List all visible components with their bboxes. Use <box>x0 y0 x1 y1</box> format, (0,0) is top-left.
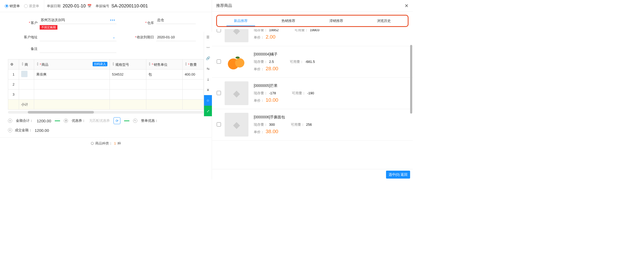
subtotal-label: 小计 <box>19 100 34 110</box>
recommend-item[interactable]: [0000004]橘子 现存量：2.5 可用量：-681.5 单价：28.00 <box>212 46 413 78</box>
order-disc-label: 整单优惠： <box>141 118 158 123</box>
horizontal-scrollbar[interactable] <box>8 111 204 114</box>
th-qty[interactable]: 数量 <box>190 63 197 67</box>
tool-expand-icon[interactable]: ⤢ <box>204 106 212 116</box>
due-value: 2020-01-10 <box>157 35 175 39</box>
amount-label: 金额合计： <box>16 118 33 123</box>
due-field[interactable]: 2020-01-10 <box>156 33 196 41</box>
item-title: [0000004]橘子 <box>254 52 408 57</box>
chevron-down-icon[interactable]: ⌄ <box>112 35 115 39</box>
item-thumbnail: ◆ <box>225 81 248 105</box>
svg-point-2 <box>235 57 240 59</box>
due-label: 收款到期日 <box>137 35 154 40</box>
totals-row1: ¥ 金额合计： 1200.00 券 优惠券： 无匹配优惠券 ⟳ ✎ 整单优惠： <box>0 114 212 128</box>
left-panel: 销货单 退货单 单据日期 2020-01-10 📅 单据编号 SA-202001… <box>0 0 212 180</box>
item-checkbox[interactable] <box>217 91 221 95</box>
item-checkbox[interactable] <box>217 29 221 32</box>
kinds-value: 1 <box>114 141 116 145</box>
recommend-panel: 推荐商品 ✕ 新品推荐 热销推荐 滞销推荐 浏览历史 ◆ 250ml 现存量：1… <box>212 0 413 180</box>
tool-star-icon[interactable]: ☆ <box>204 95 212 106</box>
deal-icon: ✦ <box>8 128 12 132</box>
yen-icon: ¥ <box>8 119 12 123</box>
coupon-icon: 券 <box>64 119 68 123</box>
recommend-tabs: 新品推荐 热销推荐 滞销推荐 浏览历史 <box>216 15 409 27</box>
item-title: [0000005]芒果 <box>254 83 408 88</box>
kinds-suffix: 种 <box>117 141 121 146</box>
customer-field[interactable]: 苏州万达沃尔玛 ••• <box>40 16 116 24</box>
stock-icon: ⬡ <box>91 141 94 145</box>
table-row[interactable]: 3 <box>8 90 204 100</box>
svg-point-1 <box>235 58 244 67</box>
item-title: [0000006]手撕面包 <box>254 115 408 120</box>
vertical-scrollbar[interactable] <box>410 45 412 114</box>
tab-slow[interactable]: 滞销推荐 <box>312 16 360 26</box>
vertical-toolstrip: ☰ 〰 🔗 ⇆ ⤓ ¥ ☆ ⤢ <box>204 32 212 116</box>
addr-field[interactable]: ⌄ <box>40 33 116 41</box>
coupon-label: 优惠券： <box>72 118 85 123</box>
table-row[interactable]: 1 果倍爽534532包400.00 <box>8 69 204 80</box>
customer-value: 苏州万达沃尔玛 <box>41 18 65 22</box>
item-thumbnail: ◆ <box>225 113 248 137</box>
panel-title: 推荐商品 <box>216 3 232 8</box>
warehouse-label: 仓库 <box>147 21 154 25</box>
item-thumbnail <box>225 50 248 74</box>
warehouse-field[interactable]: 总仓 <box>156 16 196 24</box>
gear-icon[interactable]: ⚙ <box>8 59 19 69</box>
deal-value: 1200.00 <box>35 128 49 133</box>
kinds-label: 商品种类： <box>95 141 112 146</box>
th-product[interactable]: 商品 <box>42 63 48 67</box>
footer-left: ⬡ 商品种类： 1 种 <box>0 137 212 149</box>
recommend-item[interactable]: ◆ [0000006]手撕面包 现存量：300 可用量：256 单价：38.00 <box>212 109 413 141</box>
dash-icon-2 <box>124 120 129 121</box>
table-row[interactable]: 2 <box>8 80 204 90</box>
radio-sale[interactable]: 销货单 <box>5 4 20 8</box>
tool-chart-icon[interactable]: 〰 <box>204 42 212 53</box>
item-thumbnail: ◆ <box>225 29 248 42</box>
tab-history[interactable]: 浏览历史 <box>360 16 408 26</box>
customer-label: 客户 <box>31 21 38 25</box>
form-area: *客户 苏州万达沃尔玛 ••• 不固定账期 *仓库 总仓 客户地址 ⌄ <box>0 12 212 59</box>
no-label: 单据编号 <box>96 4 109 8</box>
tab-new[interactable]: 新品推荐 <box>217 16 265 26</box>
select-return-button[interactable]: 选中(0) 返回 <box>386 171 410 179</box>
calendar-icon[interactable]: 📅 <box>87 4 92 8</box>
discount-icon: ✎ <box>133 119 137 123</box>
customer-tag: 不固定账期 <box>40 25 57 30</box>
tool-swap-icon[interactable]: ⇆ <box>204 63 212 74</box>
top-bar: 销货单 退货单 单据日期 2020-01-10 📅 单据编号 SA-202001… <box>0 0 212 12</box>
tool-down-icon[interactable]: ⤓ <box>204 74 212 85</box>
addr-label: 客户地址 <box>24 35 38 40</box>
refresh-icon[interactable]: ⟳ <box>114 117 120 124</box>
remark-label: 备注 <box>31 46 38 51</box>
warehouse-value: 总仓 <box>157 18 164 22</box>
radio-return[interactable]: 退货单 <box>24 4 39 8</box>
th-merch[interactable]: 商 <box>25 63 28 67</box>
recommend-list: ◆ 250ml 现存量：19952 可用量：19903 单价：2.00 [000… <box>212 29 413 169</box>
date-value[interactable]: 2020-01-10 <box>63 3 86 9</box>
dash-icon <box>55 120 60 121</box>
tool-doc-icon[interactable]: ☰ <box>204 32 212 42</box>
close-icon[interactable]: ✕ <box>405 3 409 9</box>
tool-link-icon[interactable]: 🔗 <box>204 53 212 63</box>
scan-button[interactable]: 扫码录入 <box>93 62 107 66</box>
grid-table: ⚙ ▲▼商 ▲▼*商品 扫码录入 ▲▼规格型号 ▲▼*销售单位 ▲▼*数量 1 … <box>8 59 204 110</box>
th-spec[interactable]: 规格型号 <box>115 63 129 67</box>
amount-value: 1200.00 <box>37 119 51 123</box>
deal-label: 成交金额： <box>15 128 32 133</box>
th-unit[interactable]: 销售单位 <box>154 63 167 67</box>
remark-field[interactable] <box>40 45 116 53</box>
item-checkbox[interactable] <box>217 59 221 64</box>
recommend-item[interactable]: ◆ 250ml 现存量：19952 可用量：19903 单价：2.00 <box>212 29 413 46</box>
tab-hot[interactable]: 热销推荐 <box>265 16 312 26</box>
totals-row2: ✦ 成交金额： 1200.00 <box>0 128 212 137</box>
date-label: 单据日期 <box>47 4 61 8</box>
no-value: SA-20200110-001 <box>111 3 148 9</box>
coupon-placeholder: 无匹配优惠券 <box>89 118 110 123</box>
item-checkbox[interactable] <box>217 122 221 127</box>
tool-currency-icon[interactable]: ¥ <box>204 85 212 95</box>
recommend-item[interactable]: ◆ [0000005]芒果 现存量：-178 可用量：-190 单价：10.00 <box>212 78 413 109</box>
ellipsis-icon[interactable]: ••• <box>110 18 115 22</box>
radio-return-label: 退货单 <box>29 4 39 8</box>
radio-sale-label: 销货单 <box>10 4 20 8</box>
